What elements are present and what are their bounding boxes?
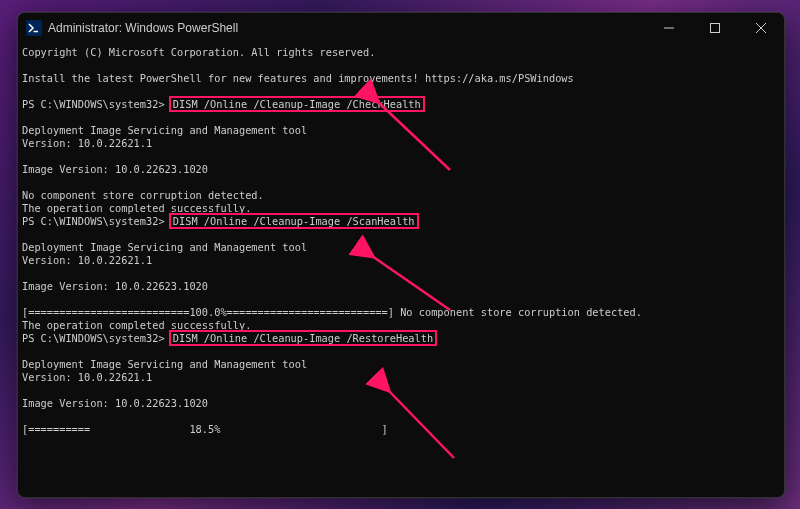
window-controls xyxy=(646,13,784,43)
prompt-1: PS C:\WINDOWS\system32> DISM /Online /Cl… xyxy=(22,98,780,111)
minimize-button[interactable] xyxy=(646,13,692,43)
svg-rect-3 xyxy=(711,24,720,33)
dism-version-2: Version: 10.0.22621.1 xyxy=(22,254,780,267)
dism-header: Deployment Image Servicing and Managemen… xyxy=(22,124,780,137)
copyright-line: Copyright (C) Microsoft Corporation. All… xyxy=(22,46,780,59)
powershell-icon xyxy=(26,20,42,36)
progress-100: [==========================100.0%=======… xyxy=(22,306,780,319)
no-corruption-1: No component store corruption detected. xyxy=(22,189,780,202)
powershell-window: Administrator: Windows PowerShell Copyri… xyxy=(17,12,785,498)
prompt-3: PS C:\WINDOWS\system32> DISM /Online /Cl… xyxy=(22,332,780,345)
command-checkhealth: DISM /Online /Cleanup-Image /CheckHealth xyxy=(169,96,425,112)
terminal-output[interactable]: Copyright (C) Microsoft Corporation. All… xyxy=(18,43,784,497)
maximize-button[interactable] xyxy=(692,13,738,43)
dism-version-3: Version: 10.0.22621.1 xyxy=(22,371,780,384)
install-hint: Install the latest PowerShell for new fe… xyxy=(22,72,780,85)
image-version-1: Image Version: 10.0.22623.1020 xyxy=(22,163,780,176)
dism-header-2: Deployment Image Servicing and Managemen… xyxy=(22,241,780,254)
command-scanhealth: DISM /Online /Cleanup-Image /ScanHealth xyxy=(169,213,419,229)
close-button[interactable] xyxy=(738,13,784,43)
command-restorehealth: DISM /Online /Cleanup-Image /RestoreHeal… xyxy=(169,330,437,346)
progress-18: [========== 18.5% ] xyxy=(22,423,780,436)
prompt-2: PS C:\WINDOWS\system32> DISM /Online /Cl… xyxy=(22,215,780,228)
titlebar[interactable]: Administrator: Windows PowerShell xyxy=(18,13,784,43)
window-title: Administrator: Windows PowerShell xyxy=(48,21,646,35)
image-version-2: Image Version: 10.0.22623.1020 xyxy=(22,280,780,293)
dism-header-3: Deployment Image Servicing and Managemen… xyxy=(22,358,780,371)
dism-version: Version: 10.0.22621.1 xyxy=(22,137,780,150)
image-version-3: Image Version: 10.0.22623.1020 xyxy=(22,397,780,410)
